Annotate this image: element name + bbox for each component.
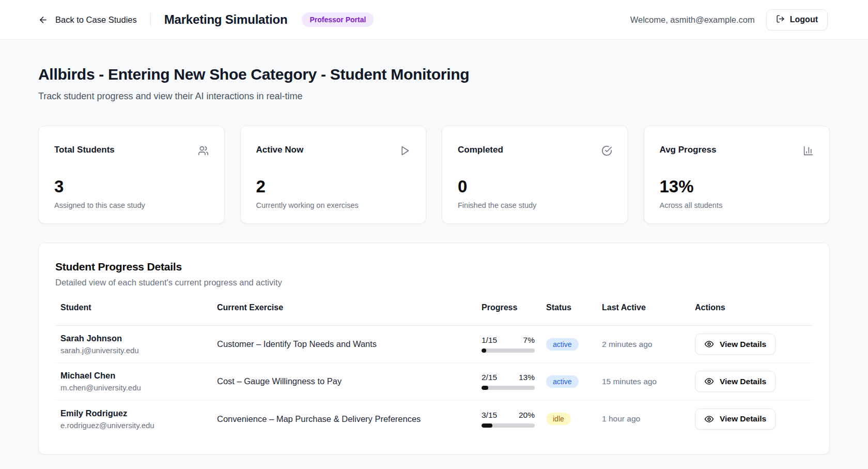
page-subtitle: Track student progress and view their AI… xyxy=(38,91,830,102)
status-badge: active xyxy=(546,338,579,351)
progress-percent: 13% xyxy=(519,373,535,382)
student-email: sarah.j@university.edu xyxy=(60,346,217,355)
status-cell: active xyxy=(546,375,602,388)
view-details-label: View Details xyxy=(720,377,766,386)
column-header-student: Student xyxy=(60,303,217,312)
last-active: 2 minutes ago xyxy=(602,340,695,349)
table-row: Sarah Johnson sarah.j@university.edu Cus… xyxy=(55,326,813,363)
progress-cell: 3/15 20% xyxy=(482,411,535,428)
users-icon xyxy=(198,145,209,158)
eye-icon xyxy=(704,376,714,386)
stat-description: Assigned to this case study xyxy=(54,201,209,209)
student-cell: Michael Chen m.chen@university.edu xyxy=(60,371,217,392)
progress-bar-fill xyxy=(482,349,486,353)
student-cell: Sarah Johnson sarah.j@university.edu xyxy=(60,334,217,355)
stat-description: Across all students xyxy=(660,201,814,209)
eye-icon xyxy=(704,339,714,349)
column-header-status: Status xyxy=(546,303,602,312)
view-details-label: View Details xyxy=(720,414,766,423)
stats-grid: Total Students 3 Assigned to this case s… xyxy=(38,126,830,224)
stat-label: Total Students xyxy=(54,145,115,155)
header-divider xyxy=(150,13,151,26)
stat-description: Currently working on exercises xyxy=(256,201,411,209)
progress-fraction: 3/15 xyxy=(482,411,497,420)
eye-icon xyxy=(704,414,714,424)
current-exercise: Convenience – Map Purchase & Delivery Pr… xyxy=(217,414,482,424)
table-title: Student Progress Details xyxy=(55,261,813,273)
status-badge: active xyxy=(546,375,579,388)
column-header-last-active: Last Active xyxy=(602,303,695,312)
progress-fraction: 2/15 xyxy=(482,373,497,382)
progress-cell: 2/15 13% xyxy=(482,373,535,390)
logout-icon xyxy=(776,14,785,25)
current-exercise: Customer – Identify Top Needs and Wants xyxy=(217,339,482,349)
view-details-button[interactable]: View Details xyxy=(695,334,776,355)
bar-chart-icon xyxy=(803,145,814,158)
current-exercise: Cost – Gauge Willingness to Pay xyxy=(217,376,482,386)
column-header-actions: Actions xyxy=(695,303,808,312)
stat-value: 13% xyxy=(660,177,814,196)
view-details-label: View Details xyxy=(720,340,766,349)
status-cell: idle xyxy=(546,413,602,425)
student-name: Emily Rodriguez xyxy=(60,409,217,418)
app-title: Marketing Simulation xyxy=(164,12,288,27)
play-icon xyxy=(399,145,410,158)
view-details-button[interactable]: View Details xyxy=(695,409,776,430)
student-email: e.rodriguez@university.edu xyxy=(60,421,217,430)
check-circle-icon xyxy=(601,145,612,158)
progress-percent: 7% xyxy=(523,336,535,345)
arrow-left-icon xyxy=(38,15,48,25)
logout-button[interactable]: Logout xyxy=(766,9,828,31)
column-header-progress: Progress xyxy=(482,303,546,312)
stat-label: Avg Progress xyxy=(660,145,717,155)
stat-card-avg-progress: Avg Progress 13% Across all students xyxy=(644,126,830,224)
progress-bar xyxy=(482,423,535,428)
table-header-row: Student Current Exercise Progress Status… xyxy=(55,303,813,326)
top-header: Back to Case Studies Marketing Simulatio… xyxy=(0,0,868,40)
header-left: Back to Case Studies Marketing Simulatio… xyxy=(38,12,374,27)
welcome-text: Welcome, asmith@example.com xyxy=(630,15,755,25)
progress-bar xyxy=(482,386,535,390)
student-progress-table: Student Current Exercise Progress Status… xyxy=(55,303,813,437)
status-badge: idle xyxy=(546,413,571,425)
logout-button-label: Logout xyxy=(790,15,818,24)
view-details-button[interactable]: View Details xyxy=(695,371,776,392)
stat-label: Active Now xyxy=(256,145,304,155)
actions-cell: View Details xyxy=(695,409,808,430)
progress-bar-fill xyxy=(482,423,492,428)
actions-cell: View Details xyxy=(695,334,808,355)
student-email: m.chen@university.edu xyxy=(60,383,217,392)
actions-cell: View Details xyxy=(695,371,808,392)
status-cell: active xyxy=(546,338,602,351)
stat-value: 3 xyxy=(54,177,209,196)
progress-percent: 20% xyxy=(519,411,535,420)
stat-value: 0 xyxy=(458,177,612,196)
progress-bar-fill xyxy=(482,386,488,390)
progress-cell: 1/15 7% xyxy=(482,336,535,353)
stat-description: Finished the case study xyxy=(458,201,612,209)
stat-label: Completed xyxy=(458,145,503,155)
page-title: Allbirds - Entering New Shoe Category - … xyxy=(38,66,830,83)
column-header-current-exercise: Current Exercise xyxy=(217,303,482,312)
last-active: 15 minutes ago xyxy=(602,377,695,386)
stat-card-total-students: Total Students 3 Assigned to this case s… xyxy=(38,126,225,224)
progress-fraction: 1/15 xyxy=(482,336,497,345)
student-cell: Emily Rodriguez e.rodriguez@university.e… xyxy=(60,409,217,430)
back-button-label: Back to Case Studies xyxy=(55,15,137,25)
student-name: Michael Chen xyxy=(60,371,217,381)
student-name: Sarah Johnson xyxy=(60,334,217,343)
table-subtitle: Detailed view of each student's current … xyxy=(55,278,813,288)
table-row: Michael Chen m.chen@university.edu Cost … xyxy=(55,363,813,400)
professor-portal-badge: Professor Portal xyxy=(302,12,374,27)
header-right: Welcome, asmith@example.com Logout xyxy=(630,9,828,31)
last-active: 1 hour ago xyxy=(602,414,695,423)
stat-card-active-now: Active Now 2 Currently working on exerci… xyxy=(240,126,427,224)
student-progress-card: Student Progress Details Detailed view o… xyxy=(38,243,830,455)
main-content: Allbirds - Entering New Shoe Category - … xyxy=(0,40,868,455)
stat-card-completed: Completed 0 Finished the case study xyxy=(442,126,628,224)
progress-bar xyxy=(482,349,535,353)
table-body: Sarah Johnson sarah.j@university.edu Cus… xyxy=(55,326,813,437)
back-button[interactable]: Back to Case Studies xyxy=(38,15,137,25)
stat-value: 2 xyxy=(256,177,411,196)
table-row: Emily Rodriguez e.rodriguez@university.e… xyxy=(55,400,813,437)
